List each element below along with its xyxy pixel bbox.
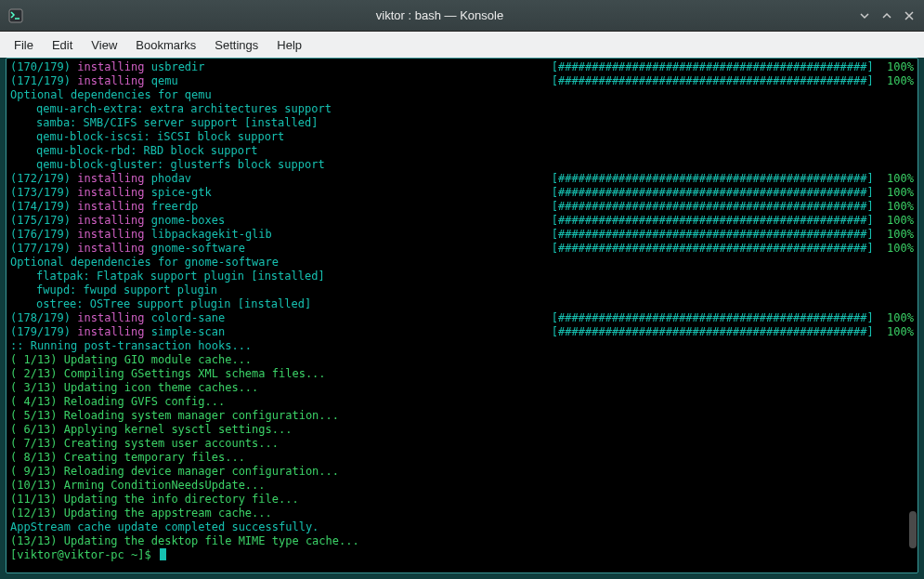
terminal-line: Optional dependencies for qemu	[10, 88, 914, 102]
cursor	[160, 548, 166, 560]
terminal-line: (12/13) Updating the appstream cache...	[10, 507, 914, 520]
install-line: (174/179) installing freerdp[###########…	[10, 200, 914, 214]
terminal-line: (11/13) Updating the info directory file…	[10, 493, 914, 507]
shell-prompt[interactable]: [viktor@viktor-pc ~]$	[10, 548, 914, 562]
install-line: (178/179) installing colord-sane[#######…	[10, 311, 914, 325]
terminal-line: qemu-block-rbd: RBD block support	[10, 144, 914, 158]
terminal-line: qemu-block-gluster: glusterfs block supp…	[10, 158, 914, 172]
terminal-area[interactable]: (170/179) installing usbredir[##########…	[6, 58, 918, 573]
terminal-line: ( 5/13) Reloading system manager configu…	[10, 409, 914, 423]
install-line: (172/179) installing phodav[############…	[10, 172, 914, 186]
install-line: (173/179) installing spice-gtk[#########…	[10, 186, 914, 200]
menu-view[interactable]: View	[83, 35, 125, 55]
terminal-line: (13/13) Updating the desktop file MIME t…	[10, 534, 914, 548]
terminal-line: flatpak: Flatpak support plugin [install…	[10, 270, 914, 283]
scrollbar-thumb[interactable]	[909, 511, 917, 548]
terminal-line: ( 2/13) Compiling GSettings XML schema f…	[10, 367, 914, 381]
terminal-line: (10/13) Arming ConditionNeedsUpdate...	[10, 479, 914, 493]
terminal-line: Optional dependencies for gnome-software	[10, 256, 914, 270]
terminal-line: samba: SMB/CIFS server support [installe…	[10, 116, 914, 130]
menu-file[interactable]: File	[6, 35, 42, 55]
install-line: (171/179) installing qemu[##############…	[10, 74, 914, 88]
terminal-line: ( 7/13) Creating system user accounts...	[10, 437, 914, 451]
install-line: (170/179) installing usbredir[##########…	[10, 60, 914, 74]
app-icon	[7, 7, 24, 24]
terminal-line: ( 1/13) Updating GIO module cache...	[10, 353, 914, 367]
window-controls	[855, 7, 918, 25]
terminal-line: fwupd: fwupd support plugin	[10, 283, 914, 297]
terminal-line: ( 9/13) Reloading device manager configu…	[10, 465, 914, 479]
install-line: (177/179) installing gnome-software[####…	[10, 242, 914, 256]
install-line: (176/179) installing libpackagekit-glib[…	[10, 228, 914, 242]
menu-bookmarks[interactable]: Bookmarks	[127, 35, 204, 55]
install-line: (179/179) installing simple-scan[#######…	[10, 325, 914, 339]
terminal-line: :: Running post-transaction hooks...	[10, 339, 914, 353]
menubar: File Edit View Bookmarks Settings Help	[0, 32, 924, 58]
terminal-line: ( 3/13) Updating icon theme caches...	[10, 381, 914, 395]
install-line: (175/179) installing gnome-boxes[#######…	[10, 214, 914, 228]
terminal-line: AppStream cache update completed success…	[10, 520, 914, 534]
minimize-button[interactable]	[855, 7, 874, 25]
menu-edit[interactable]: Edit	[44, 35, 81, 55]
maximize-button[interactable]	[878, 7, 896, 25]
menu-help[interactable]: Help	[268, 35, 310, 55]
terminal-line: ( 6/13) Applying kernel sysctl settings.…	[10, 423, 914, 437]
terminal-line: qemu-arch-extra: extra architectures sup…	[10, 102, 914, 116]
terminal-line: qemu-block-iscsi: iSCSI block support	[10, 130, 914, 144]
terminal-line: ostree: OSTree support plugin [installed…	[10, 297, 914, 311]
window-title: viktor : bash — Konsole	[24, 8, 855, 22]
close-button[interactable]	[900, 7, 918, 25]
terminal-line: ( 8/13) Creating temporary files...	[10, 451, 914, 465]
titlebar: viktor : bash — Konsole	[0, 0, 924, 32]
svg-rect-0	[9, 9, 22, 22]
scrollbar[interactable]	[908, 59, 917, 572]
terminal-line: ( 4/13) Reloading GVFS config...	[10, 395, 914, 409]
menu-settings[interactable]: Settings	[206, 35, 267, 55]
